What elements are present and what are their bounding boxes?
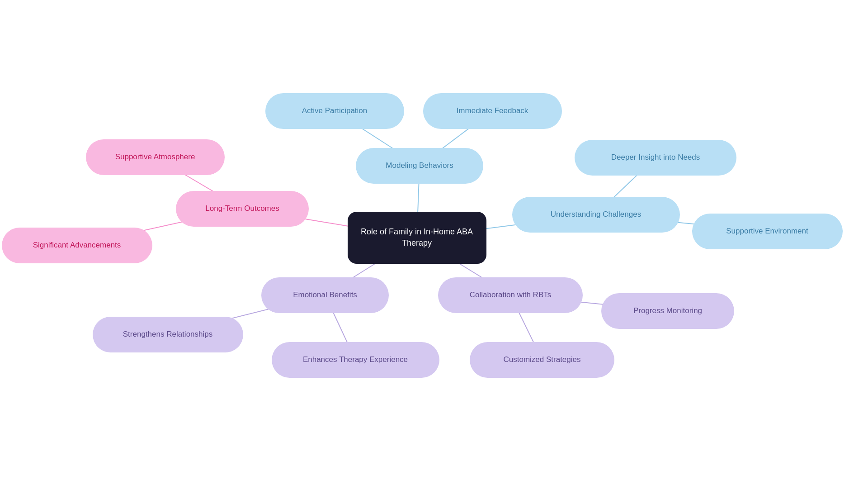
deeper-insight-node: Deeper Insight into Needs [575, 140, 736, 176]
customized-strategies-node: Customized Strategies [470, 342, 614, 378]
immediate-feedback-node: Immediate Feedback [423, 93, 562, 129]
emotional-benefits-node: Emotional Benefits [261, 277, 389, 313]
supportive-environment-node: Supportive Environment [692, 214, 843, 249]
significant-advancements-node: Significant Advancements [2, 228, 152, 263]
active-participation-node: Active Participation [265, 93, 404, 129]
enhances-therapy-node: Enhances Therapy Experience [272, 342, 439, 378]
understanding-challenges-node: Understanding Challenges [512, 197, 680, 233]
modeling-behaviors-node: Modeling Behaviors [356, 148, 483, 184]
mind-map: Role of Family in In-Home ABA TherapyAct… [0, 0, 868, 490]
strengthens-relationships-node: Strengthens Relationships [93, 317, 243, 352]
supportive-atmosphere-node: Supportive Atmosphere [86, 139, 225, 175]
long-term-outcomes-node: Long-Term Outcomes [176, 191, 309, 227]
center-node: Role of Family in In-Home ABA Therapy [348, 212, 486, 264]
collaboration-rbts-node: Collaboration with RBTs [438, 277, 583, 313]
progress-monitoring-node: Progress Monitoring [601, 293, 734, 329]
